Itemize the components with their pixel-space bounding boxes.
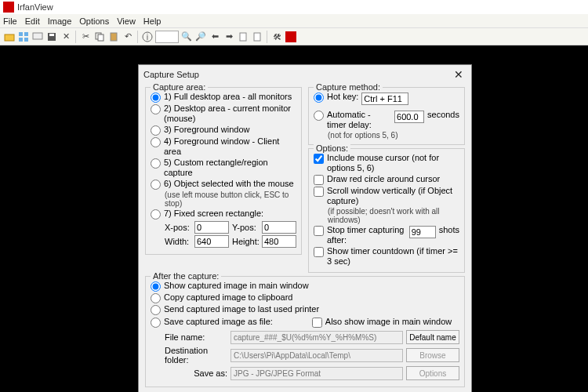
svg-rect-3 [19,38,23,42]
radio-current-monitor[interactable]: 2) Desktop area - current monitor (mouse… [151,103,296,124]
menu-options[interactable]: Options [79,16,109,26]
radio-save-file[interactable]: Save captured image as file: [151,317,273,328]
prev-page-icon[interactable] [237,31,249,43]
menu-file[interactable]: File [3,16,17,26]
next-icon[interactable]: ➡ [223,31,235,43]
menu-help[interactable]: Help [143,16,162,26]
after-capture-group: After the capture: Show captured image i… [145,276,465,387]
radio-foreground-window[interactable]: 3) Foreground window [151,125,296,136]
object-mouse-hint: (use left mouse button click, ESC to sto… [165,191,296,208]
radio-auto-timer[interactable]: Automatic - timer delay: seconds [314,110,459,130]
cut-icon[interactable]: ✂ [79,31,92,43]
saveas-label: Save as: [165,368,227,378]
seconds-label: seconds [427,110,459,120]
shots-label: shots [439,225,459,235]
app-title: IrfanView [17,2,53,12]
settings-icon[interactable]: 🛠 [270,31,283,43]
browse-button[interactable]: Browse [406,348,459,362]
height-input[interactable] [262,235,296,248]
info-icon[interactable]: i [141,31,154,43]
auto-timer-hint: (not for options 5, 6) [328,131,459,140]
capture-setup-dialog: Capture Setup ✕ Capture area: 1) Full de… [138,64,472,392]
width-input[interactable] [194,235,229,248]
radio-hotkey[interactable]: Hot key: [314,92,459,105]
save-icon[interactable] [45,31,58,43]
xpos-input[interactable] [194,221,229,234]
width-label: Width: [165,237,191,246]
check-red-circle[interactable]: Draw red circle around cursor [314,174,459,185]
svg-rect-15 [285,31,296,42]
about-icon[interactable] [285,31,297,43]
radio-full-desktop[interactable]: 1) Full desktop area - all monitors [151,92,296,103]
check-scroll-window[interactable]: Scroll window vertically (if Object capt… [314,186,459,206]
radio-custom-rect[interactable]: 5) Custom rectangle/region capture [151,158,296,178]
options-label: Options: [314,143,350,153]
ypos-input[interactable] [262,221,296,234]
app-icon [3,2,14,13]
scroll-hint: (if possible; doesn't work with all wind… [328,207,459,224]
capture-area-label: Capture area: [151,82,208,92]
radio-show-main[interactable]: Show captured image in main window [151,281,459,292]
zoom-in-icon[interactable]: 🔍 [180,31,193,43]
thumbnails-icon[interactable] [17,31,30,43]
dest-folder-label: Destination folder: [165,346,227,365]
xpos-label: X-pos: [165,223,191,232]
close-icon[interactable]: ✕ [451,68,466,81]
dialog-title: Capture Setup [143,70,199,79]
menubar: File Edit Image Options View Help [0,14,588,28]
zoom-out-icon[interactable]: 🔎 [194,31,207,43]
default-name-button[interactable]: Default name [406,330,459,344]
capture-method-label: Capture method: [314,82,383,92]
after-capture-label: After the capture: [151,271,221,281]
open-icon[interactable] [3,31,16,43]
svg-rect-13 [240,33,246,41]
stop-shots-input[interactable] [409,226,436,238]
undo-icon[interactable]: ↶ [122,31,134,43]
saveas-options-button[interactable]: Options [406,366,459,380]
slideshow-icon[interactable] [31,31,44,43]
hotkey-input[interactable] [361,93,408,105]
check-include-cursor[interactable]: Include mouse cursor (not for options 5,… [314,153,459,173]
svg-rect-5 [33,33,42,39]
radio-object-mouse[interactable]: 6) Object selected with the mouse [151,179,296,190]
svg-rect-10 [111,33,117,41]
check-stop-timer[interactable]: Stop timer capturing after: shots [314,225,459,245]
zoom-combo[interactable] [155,31,179,43]
check-also-show[interactable]: Also show image in main window [312,317,452,328]
copy-icon[interactable] [93,31,106,43]
radio-copy-clipboard[interactable]: Copy captured image to clipboard [151,292,459,303]
timer-delay-input[interactable] [394,111,424,123]
svg-rect-2 [24,32,28,36]
capture-method-group: Capture method: Hot key: Automatic - tim… [308,87,465,145]
filename-label: File name: [165,332,227,342]
svg-rect-0 [5,34,14,41]
menu-edit[interactable]: Edit [25,16,40,26]
radio-send-printer[interactable]: Send captured image to last used printer [151,304,459,315]
svg-rect-9 [98,34,103,41]
svg-rect-7 [49,34,54,36]
options-group: Options: Include mouse cursor (not for o… [308,148,465,273]
svg-text:i: i [147,32,148,42]
menu-image[interactable]: Image [48,16,72,26]
delete-icon[interactable]: ✕ [60,31,72,43]
height-label: Height: [232,237,259,246]
toolbar: ✕ ✂ ↶ i 🔍 🔎 ⬅ ➡ 🛠 [0,28,588,45]
dest-folder-input[interactable] [230,349,403,362]
svg-rect-1 [19,32,23,36]
saveas-combo[interactable] [230,367,403,380]
radio-foreground-client[interactable]: 4) Foreground window - Client area [151,136,296,157]
titlebar: IrfanView [0,0,588,14]
prev-icon[interactable]: ⬅ [209,31,221,43]
svg-rect-4 [24,38,28,42]
capture-area-group: Capture area: 1) Full desktop area - all… [145,87,302,255]
paste-icon[interactable] [107,31,120,43]
menu-view[interactable]: View [117,16,136,26]
ypos-label: Y-pos: [232,223,259,232]
check-countdown[interactable]: Show timer countdown (if timer >= 3 sec) [314,246,459,267]
svg-rect-14 [254,33,260,41]
next-page-icon[interactable] [251,31,263,43]
radio-fixed-rect[interactable]: 7) Fixed screen rectangle: [151,209,296,220]
filename-input[interactable] [230,331,403,344]
